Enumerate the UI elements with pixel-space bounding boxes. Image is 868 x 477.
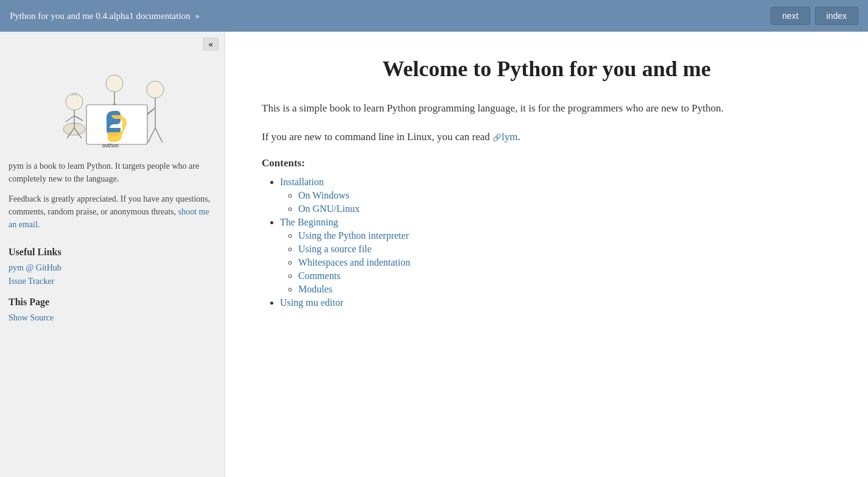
sidebar-logo: python (0, 32, 225, 160)
page-title: Welcome to Python for you and me (262, 56, 831, 82)
toc-source-file-link[interactable]: Using a source file (298, 244, 371, 254)
lym-link[interactable]: 🔗lym (492, 131, 517, 143)
topbar: Python for you and me 0.4.alpha1 documen… (0, 0, 868, 32)
main-layout: « (0, 32, 868, 477)
toc-windows-link[interactable]: On Windows (298, 190, 349, 200)
useful-links-title: Useful Links (0, 238, 225, 261)
linux-para-prefix: If you are new to command line in Linux,… (262, 131, 492, 143)
toc-item-whitespace: Whitespaces and indentation (298, 257, 831, 268)
toc-beginning-sub: Using the Python interpreter Using a sou… (298, 230, 831, 295)
topbar-separator: » (195, 11, 200, 21)
next-button[interactable]: next (771, 7, 810, 25)
intro-paragraph: This is a simple book to learn Python pr… (262, 100, 822, 116)
topbar-title-area: Python for you and me 0.4.alpha1 documen… (10, 11, 200, 21)
lym-link-icon: 🔗 (492, 133, 502, 142)
svg-point-1 (66, 93, 83, 110)
toc-linux-link[interactable]: On GNU/Linux (298, 203, 360, 214)
toc-comments-link[interactable]: Comments (298, 270, 340, 281)
toc-item-modules: Modules (298, 284, 831, 295)
svg-line-3 (66, 116, 74, 122)
svg-line-4 (74, 116, 83, 121)
sidebar-description2: Feedback is greatly appreciated. If you … (0, 193, 225, 231)
toc-item-mu-editor: Using mu editor (280, 297, 831, 308)
contents-label: Contents: (262, 157, 831, 169)
svg-point-7 (147, 81, 164, 98)
svg-line-11 (148, 128, 155, 143)
toc-mu-editor-link[interactable]: Using mu editor (280, 297, 343, 308)
linux-paragraph: If you are new to command line in Linux,… (262, 129, 822, 145)
svg-line-12 (155, 128, 163, 143)
toc-item-linux: On GNU/Linux (298, 203, 831, 214)
toc-installation-link[interactable]: Installation (280, 177, 324, 187)
main-content: Welcome to Python for you and me This is… (225, 32, 868, 477)
sidebar-description1: pym is a book to learn Python. It target… (0, 160, 225, 185)
linux-para-suffix: . (518, 131, 520, 143)
toc-item-comments: Comments (298, 270, 831, 281)
sidebar: « (0, 32, 225, 477)
toc-installation-sub: On Windows On GNU/Linux (298, 190, 831, 214)
toc-item-installation: Installation On Windows On GNU/Linux (280, 177, 831, 214)
toc-beginning-link[interactable]: The Beginning (280, 217, 338, 227)
python-illustration: python (49, 50, 177, 147)
toc-item-interpreter: Using the Python interpreter (298, 230, 831, 241)
svg-text:python: python (102, 143, 119, 147)
toc-list: Installation On Windows On GNU/Linux The… (280, 177, 831, 308)
show-source-link[interactable]: Show Source (0, 311, 225, 325)
toc-interpreter-link[interactable]: Using the Python interpreter (298, 230, 409, 241)
toc-item-windows: On Windows (298, 190, 831, 201)
sidebar-feedback-suffix: . (38, 220, 40, 229)
index-button[interactable]: index (815, 7, 858, 25)
collapse-button[interactable]: « (203, 38, 219, 51)
toc-item-beginning: The Beginning Using the Python interpret… (280, 217, 831, 295)
pym-github-link[interactable]: pym @ GitHub (0, 261, 225, 275)
issue-tracker-link[interactable]: Issue Tracker (0, 275, 225, 288)
this-page-title: This Page (0, 288, 225, 311)
toc-whitespace-link[interactable]: Whitespaces and indentation (298, 257, 410, 267)
svg-point-13 (106, 75, 123, 92)
toc-modules-link[interactable]: Modules (298, 284, 332, 294)
doc-title: Python for you and me 0.4.alpha1 documen… (10, 11, 191, 21)
toc-item-source-file: Using a source file (298, 244, 831, 255)
topbar-nav: next index (771, 7, 858, 25)
